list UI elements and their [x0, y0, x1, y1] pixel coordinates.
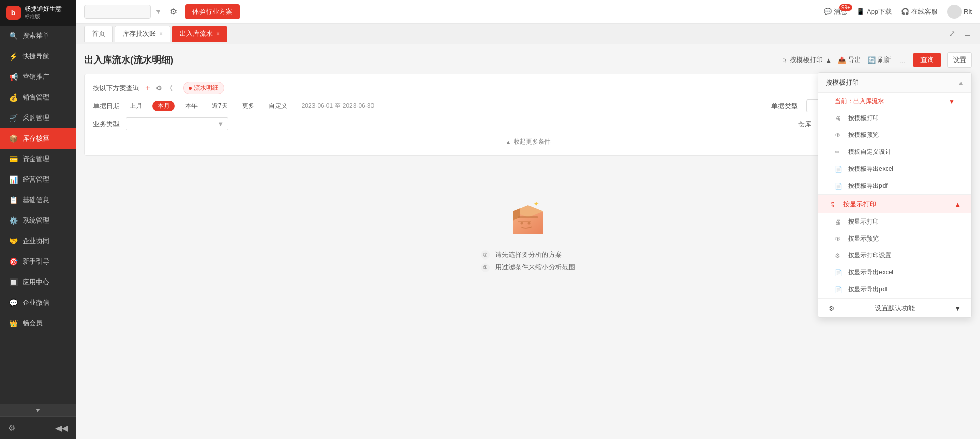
tab-batch-close[interactable]: ×	[159, 30, 163, 37]
template-print-item[interactable]: 🖨 按模板打印	[818, 110, 971, 127]
filter-gear-icon[interactable]: ⚙	[156, 84, 162, 92]
dropdown-template-section: 🖨 按模板打印 👁 按模板预览 ✏ 模板自定义设计 📄 按模板导出excel 📄	[818, 110, 971, 195]
refresh-button[interactable]: 🔄 刷新	[868, 55, 891, 65]
printer-small-icon: 🖨	[835, 115, 844, 122]
lightning-icon: ⚡	[8, 52, 18, 61]
empty-box-svg: ✦	[502, 191, 554, 242]
svg-text:✦: ✦	[533, 199, 539, 208]
date-option-this-year[interactable]: 本年	[181, 101, 202, 111]
tab-flow-close[interactable]: ×	[216, 30, 220, 37]
purchase-icon: 🛒	[8, 114, 18, 122]
sidebar-item-member[interactable]: 👑 畅会员	[0, 313, 76, 333]
excel-icon: 📄	[835, 166, 844, 173]
tabbar: 首页 库存批次账 × 出入库流水 × ⤢ 🗕	[76, 24, 980, 44]
tab-batch[interactable]: 库存批次账 ×	[115, 26, 170, 42]
sidebar-item-purchase[interactable]: 🛒 采购管理	[0, 108, 76, 128]
headset-icon: 🎧	[901, 8, 909, 15]
template-pdf-item[interactable]: 📄 按模板导出pdf	[818, 177, 971, 194]
query-button[interactable]: 查询	[913, 53, 941, 67]
display-preview-item[interactable]: 👁 按显示预览	[818, 230, 971, 247]
page-content: 出入库流水(流水明细) 🖨 按模板打印 ▲ 📤 导出 🔄 刷新 ... 查询 设…	[76, 44, 980, 439]
dropdown-display-section: 🖨 按显示打印 ▲ 🖨 按显示打印 👁 按显示预览 ⚙ 按显示打印设置	[818, 195, 971, 298]
sidebar-item-newguide[interactable]: 🎯 新手引导	[0, 251, 76, 272]
sidebar-item-operation[interactable]: 📊 经营管理	[0, 169, 76, 190]
customer-service-button[interactable]: 🎧 在线客服	[901, 7, 938, 16]
business-type-select[interactable]: ▼	[126, 117, 228, 130]
topbar-dropdown-chevron[interactable]: ▼	[155, 8, 162, 15]
user-avatar[interactable]: Rit	[947, 5, 972, 19]
avatar-image	[947, 5, 962, 19]
date-option-7days[interactable]: 近7天	[208, 101, 232, 111]
topbar-search-input[interactable]	[84, 5, 151, 19]
display-excel-item[interactable]: 📄 按显示导出excel	[818, 264, 971, 281]
app-name: 畅捷通好生意 标准版	[25, 5, 62, 21]
topbar: ▼ ⚙ 体验行业方案 💬 消息 99+ 📱 App下载 🎧 在线客服 Rit	[76, 0, 980, 24]
display-print-icon: 🖨	[829, 201, 839, 208]
app-logo-icon: b	[6, 6, 21, 20]
display-section-chevron: ▲	[954, 201, 961, 208]
display-excel-icon: 📄	[835, 269, 844, 276]
sidebar-item-basic[interactable]: 📋 基础信息	[0, 190, 76, 210]
sidebar-item-wechat[interactable]: 💬 企业微信	[0, 292, 76, 313]
settings-icon[interactable]: ⚙	[8, 423, 15, 433]
template-excel-item[interactable]: 📄 按模板导出excel	[818, 161, 971, 177]
wechat-icon: 💬	[8, 298, 18, 307]
print-template-button[interactable]: 🖨 按模板打印 ▲	[781, 55, 832, 65]
filter-add-icon[interactable]: ＋	[144, 83, 152, 93]
date-option-last-month[interactable]: 上月	[126, 101, 146, 111]
empty-state-illustration: ✦	[502, 191, 554, 242]
industry-solution-button[interactable]: 体验行业方案	[185, 4, 240, 19]
dropdown-header-chevron[interactable]: ▲	[957, 79, 964, 87]
message-button[interactable]: 💬 消息 99+	[824, 7, 847, 16]
inventory-icon: 📦	[8, 134, 18, 143]
display-settings-icon: ⚙	[835, 252, 844, 260]
template-preview-item[interactable]: 👁 按模板预览	[818, 127, 971, 144]
settings-button[interactable]: 设置	[947, 52, 972, 68]
dropdown-current-chevron: ▼	[949, 98, 955, 105]
sidebar-item-marketing[interactable]: 📢 营销推广	[0, 67, 76, 87]
sidebar-item-sales[interactable]: 💰 销售管理	[0, 87, 76, 108]
date-option-more[interactable]: 更多	[238, 101, 259, 111]
display-print-item[interactable]: 🖨 按显示打印	[818, 213, 971, 230]
phone-icon: 📱	[856, 8, 865, 15]
sidebar-item-system[interactable]: ⚙️ 系统管理	[0, 210, 76, 231]
collapse-sidebar-icon[interactable]: ◀◀	[55, 423, 68, 433]
dropdown-footer-settings[interactable]: ⚙ 设置默认功能 ▼	[818, 298, 971, 317]
collapse-up-icon: ▲	[505, 138, 512, 146]
display-printer-icon: 🖨	[835, 218, 844, 226]
sidebar-item-quicknav[interactable]: ⚡ 快捷导航	[0, 46, 76, 67]
svg-rect-3	[518, 216, 538, 218]
refresh-icon: 🔄	[868, 56, 876, 64]
active-filter-dot	[189, 87, 192, 90]
tab-flow[interactable]: 出入库流水 ×	[172, 26, 227, 42]
tab-home[interactable]: 首页	[84, 26, 113, 42]
export-icon: 📤	[838, 56, 846, 64]
tab-minimize-icon[interactable]: 🗕	[964, 29, 972, 38]
export-button[interactable]: 📤 导出	[838, 55, 861, 65]
sidebar-bottom: ⚙ ◀◀	[0, 416, 76, 439]
date-option-this-month[interactable]: 本月	[152, 101, 175, 111]
display-pdf-item[interactable]: 📄 按显示导出pdf	[818, 281, 971, 298]
tab-expand-icon[interactable]: ⤢	[949, 29, 955, 38]
sidebar-item-finance[interactable]: 💳 资金管理	[0, 149, 76, 169]
system-icon: ⚙️	[8, 216, 18, 225]
date-option-custom[interactable]: 自定义	[265, 101, 291, 111]
display-settings-item[interactable]: ⚙ 按显示打印设置	[818, 247, 971, 264]
active-filter-tag[interactable]: 流水明细	[183, 82, 224, 94]
default-settings-icon: ⚙	[829, 305, 835, 312]
message-icon: 💬	[824, 8, 832, 15]
filter-collapse-icon[interactable]: 《	[166, 84, 173, 93]
app-download-button[interactable]: 📱 App下载	[856, 7, 892, 16]
sidebar-item-search[interactable]: 🔍 搜索菜单	[0, 26, 76, 46]
sidebar-nav: 🔍 搜索菜单 ⚡ 快捷导航 📢 营销推广 💰 销售管理 🛒 采购管理 📦 库存核…	[0, 26, 76, 404]
print-chevron-up: ▲	[825, 56, 832, 64]
sidebar-item-enterprise[interactable]: 🤝 企业协同	[0, 231, 76, 251]
sidebar-item-appcenter[interactable]: 🔲 应用中心	[0, 272, 76, 292]
topbar-gear-icon[interactable]: ⚙	[170, 7, 177, 16]
sales-icon: 💰	[8, 93, 18, 102]
template-custom-item[interactable]: ✏ 模板自定义设计	[818, 144, 971, 161]
sidebar-item-inventory[interactable]: 📦 库存核算	[0, 128, 76, 149]
svg-point-7	[528, 222, 531, 224]
display-print-header[interactable]: 🖨 按显示打印 ▲	[818, 195, 971, 213]
sidebar-scroll-down[interactable]: ▼	[0, 404, 76, 416]
